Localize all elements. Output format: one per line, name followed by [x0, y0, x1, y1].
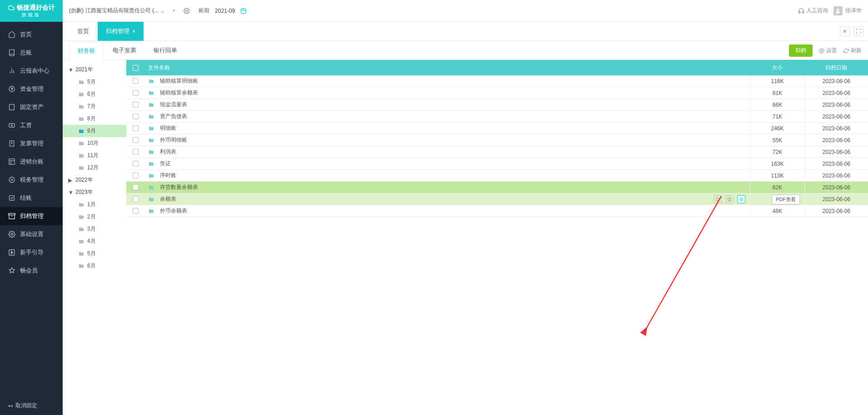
excel-download-icon[interactable]	[714, 195, 722, 203]
pdf-view-icon[interactable]	[737, 195, 745, 203]
row-checkbox[interactable]	[133, 114, 139, 119]
row-checkbox[interactable]	[133, 161, 139, 167]
row-checkbox[interactable]	[133, 137, 139, 143]
sidebar-item-guide[interactable]: 新手引导	[0, 243, 63, 262]
add-button[interactable]: ＋	[170, 7, 178, 15]
table-row[interactable]: 辅助核算明细账116K2023-06-06	[126, 75, 868, 87]
sidebar-item-settings[interactable]: 基础设置	[0, 225, 63, 243]
tree-label: 7月	[87, 103, 96, 110]
folder-icon	[78, 202, 84, 208]
file-date: 2023-06-06	[804, 146, 868, 158]
close-all-button[interactable]: ✕	[840, 26, 850, 36]
table-row[interactable]: 明细账246K2023-06-06	[126, 123, 868, 134]
sidebar-item-close[interactable]: 结账	[0, 189, 63, 207]
tree-month[interactable]: 12月	[63, 162, 126, 174]
page-tab[interactable]: 归档管理×	[98, 22, 144, 41]
tree-month[interactable]: 6月	[63, 88, 126, 100]
row-checkbox[interactable]	[133, 149, 139, 155]
sidebar-item-archive[interactable]: 归档管理	[0, 207, 63, 225]
file-name: 资产负债表	[160, 113, 187, 120]
file-size: 71K	[750, 111, 804, 122]
tree-label: 3月	[87, 225, 96, 233]
row-checkbox[interactable]	[133, 102, 139, 108]
row-checkbox[interactable]	[133, 78, 139, 84]
archive-button[interactable]: 归档	[789, 44, 813, 57]
close-icon[interactable]: ×	[132, 28, 135, 35]
table-row[interactable]: 辅助核算余额表81K2023-06-06	[126, 87, 868, 99]
file-size: 246K	[750, 123, 804, 134]
unpin-button[interactable]: ↤ 取消固定	[0, 396, 63, 415]
file-name: 外币明细账	[160, 136, 187, 144]
table-row[interactable]: 凭证163K2023-06-06	[126, 158, 868, 170]
tree-month[interactable]: 9月	[63, 125, 126, 137]
row-checkbox[interactable]	[133, 184, 139, 190]
company-selector[interactable]: (勿删) 江西服宝精品有限责任公司 (... ⌄	[69, 7, 165, 15]
row-checkbox[interactable]	[133, 125, 139, 131]
file-date: 2023-06-06	[804, 99, 868, 110]
sidebar-item-stock[interactable]: 进销台账	[0, 153, 63, 171]
table-row[interactable]: 存货数量余额表62K2023-06-06	[126, 182, 868, 193]
tree-year[interactable]: ▶2022年	[63, 174, 126, 186]
tree-year[interactable]: ▼2023年	[63, 186, 126, 198]
calendar-icon[interactable]	[240, 8, 247, 14]
tree-month[interactable]: 6月	[63, 260, 126, 272]
close-book-icon	[8, 194, 15, 202]
folder-icon	[78, 116, 84, 122]
pdf-download-icon[interactable]	[725, 195, 734, 203]
nav-label: 首页	[20, 30, 32, 39]
table-row[interactable]: 资产负债表71K2023-06-06	[126, 111, 868, 123]
row-checkbox[interactable]	[133, 90, 139, 96]
sub-tab[interactable]: 电子发票	[104, 41, 145, 59]
sidebar-item-ledger[interactable]: 总账	[0, 44, 63, 62]
svg-marker-21	[11, 251, 13, 253]
page-tab[interactable]: 首页	[69, 22, 98, 41]
folder-icon	[78, 239, 84, 244]
logo-title: 畅捷通好会计	[17, 4, 55, 12]
tree-month[interactable]: 5月	[63, 76, 126, 88]
fullscreen-button[interactable]: ⛶	[853, 26, 863, 36]
table-row[interactable]: 外币明细账55K2023-06-06	[126, 134, 868, 146]
sidebar-item-home[interactable]: 首页	[0, 25, 63, 44]
select-all-checkbox[interactable]	[133, 65, 139, 71]
sidebar-item-vip[interactable]: 畅会员	[0, 262, 63, 280]
settings-button[interactable]: 设置	[819, 47, 837, 54]
tree-month[interactable]: 3月	[63, 223, 126, 235]
svg-rect-17	[9, 213, 15, 215]
refresh-button[interactable]: 刷新	[843, 47, 862, 54]
period-value[interactable]: 2021-09	[215, 8, 235, 14]
svg-point-27	[837, 9, 839, 11]
table-row[interactable]: 外币余额表48K2023-06-06	[126, 205, 868, 217]
sub-tab[interactable]: 财务账	[69, 42, 104, 60]
sidebar-item-tax[interactable]: 税务管理	[0, 171, 63, 189]
tree-year[interactable]: ▼2021年	[63, 64, 126, 76]
sidebar-item-fund[interactable]: 资金管理	[0, 80, 63, 98]
tree-month[interactable]: 10月	[63, 137, 126, 149]
file-date: 2023-06-06	[804, 123, 868, 134]
table-row[interactable]: 序时账113K2023-06-06	[126, 170, 868, 182]
subtab-row: 财务账电子发票银行回单 归档 设置 刷新	[63, 41, 868, 60]
tree-month[interactable]: 2月	[63, 211, 126, 223]
table-row[interactable]: 现金流量表66K2023-06-06	[126, 99, 868, 111]
sidebar-item-invoice[interactable]: 发票管理	[0, 134, 63, 153]
tree-month[interactable]: 5月	[63, 247, 126, 260]
svg-point-29	[741, 198, 742, 200]
tree-month[interactable]: 1月	[63, 198, 126, 211]
consult-button[interactable]: 人工咨询	[798, 7, 828, 15]
sidebar-item-report[interactable]: 云报表中心	[0, 62, 63, 80]
sub-tab[interactable]: 银行回单	[145, 41, 186, 59]
row-checkbox[interactable]	[133, 196, 139, 202]
tree-month[interactable]: 7月	[63, 100, 126, 113]
nav-label: 固定资产	[20, 103, 44, 111]
sidebar-item-asset[interactable]: 固定资产	[0, 98, 63, 116]
tree-month[interactable]: 11月	[63, 149, 126, 162]
tree-month[interactable]: 8月	[63, 113, 126, 125]
user-menu[interactable]: 徐泽华	[833, 6, 862, 15]
table-row[interactable]: 余额表PDF查看3K2023-06-06	[126, 193, 868, 205]
sidebar-item-salary[interactable]: 工资	[0, 116, 63, 134]
table-row[interactable]: 利润表72K2023-06-06	[126, 146, 868, 158]
company-settings-icon[interactable]	[183, 7, 190, 15]
tree-month[interactable]: 4月	[63, 235, 126, 247]
row-checkbox[interactable]	[133, 173, 139, 178]
row-checkbox[interactable]	[133, 208, 139, 214]
file-date: 2023-06-06	[804, 205, 868, 217]
